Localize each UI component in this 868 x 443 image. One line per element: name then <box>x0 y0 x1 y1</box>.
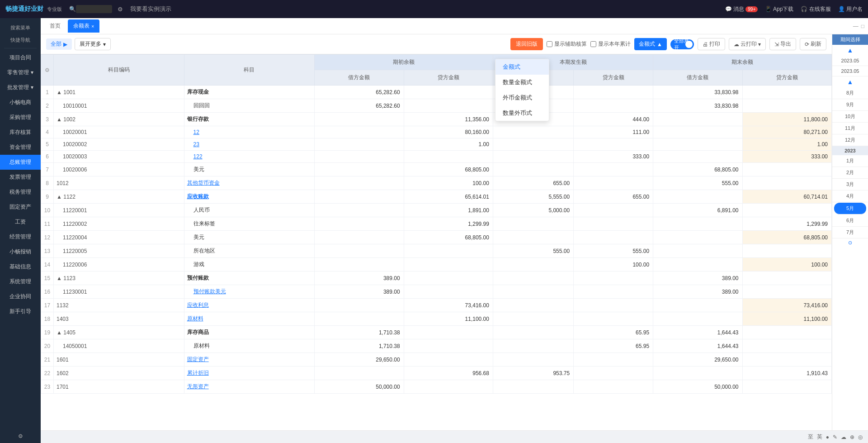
return-old-btn[interactable]: 退回旧版 <box>510 38 543 50</box>
dropdown-item-amount[interactable]: 金额式 <box>495 59 549 75</box>
sidebar-item-salary[interactable]: 工资 <box>0 214 41 229</box>
export-btn[interactable]: ⇲ 导出 <box>769 38 796 50</box>
bottom-icon-4[interactable]: ✎ <box>833 434 837 440</box>
print-btn[interactable]: 🖨 打印 <box>698 38 725 50</box>
cell-cb-debit <box>653 217 742 231</box>
breadcrumb-all[interactable]: 全部 ▶ <box>46 38 72 50</box>
tab-home[interactable]: 首页 <box>44 19 66 33</box>
search-bar[interactable] <box>76 5 112 13</box>
cell-rownum: 20 <box>41 339 54 353</box>
cell-pd-debit <box>493 299 573 312</box>
ytd-checkbox[interactable] <box>590 41 596 47</box>
bottom-icon-5[interactable]: ☁ <box>841 434 846 440</box>
period-collapse-btn[interactable]: ⊙ <box>832 238 868 247</box>
refresh-btn[interactable]: ⟳ 刷新 <box>800 38 826 50</box>
table-row: 231701无形资产50,000.0050,000.00 <box>41 380 832 394</box>
table-row: 1611230001预付账款美元389.00389.00 <box>41 285 832 299</box>
cell-name[interactable]: 预付账款美元 <box>184 285 315 299</box>
sidebar-item-ecommerce[interactable]: 小畅电商 <box>0 95 41 110</box>
cloud-print-btn[interactable]: ☁ 云打印 ▾ <box>729 38 766 50</box>
period-item-8[interactable]: 8月 <box>832 87 868 99</box>
period-item-2023-05-2[interactable]: 2023.05 <box>832 66 868 76</box>
sidebar-item-expense[interactable]: 小畅报销 <box>0 244 41 259</box>
bottom-icon-2[interactable]: 英 <box>817 433 822 441</box>
period-item-3[interactable]: 3月 <box>832 179 868 191</box>
dropdown-item-foreign-amount[interactable]: 外币金额式 <box>495 90 549 105</box>
period-select-header: 期间选择 <box>832 34 868 45</box>
cell-ob-credit: 100.00 <box>404 176 493 190</box>
sidebar-item-ledger[interactable]: 总账管理 <box>0 155 41 170</box>
settings-icon[interactable]: ⚙ <box>118 6 123 13</box>
dropdown-item-qty-foreign[interactable]: 数量外币式 <box>495 105 549 121</box>
cell-end <box>742 380 831 394</box>
online-service-btn[interactable]: 🎧 在线客服 <box>801 5 830 13</box>
bottom-icon-1[interactable]: 至 <box>808 433 813 441</box>
cell-pd-debit <box>493 258 573 272</box>
sidebar-item-operations[interactable]: 经营管理 <box>0 229 41 244</box>
sidebar-search[interactable]: 搜索菜单 <box>0 22 41 34</box>
auxiliary-checkbox[interactable] <box>547 41 552 47</box>
message-btn[interactable]: 💬 消息 99+ <box>725 5 758 13</box>
period-item-4[interactable]: 4月 <box>832 191 868 202</box>
period-item-9[interactable]: 9月 <box>832 99 868 111</box>
tabs-bar: 首页 余额表 × — □ <box>41 18 868 34</box>
tab-maximize[interactable]: □ <box>861 23 864 29</box>
sidebar-gear-icon[interactable]: ⚙ <box>14 429 27 443</box>
user-menu[interactable]: 👤 用户名 <box>838 5 863 13</box>
period-up-arrow[interactable]: ▲ <box>832 45 868 56</box>
sidebar-item-inventory[interactable]: 库存核算 <box>0 125 41 140</box>
period-item-11[interactable]: 11月 <box>832 123 868 134</box>
bottom-icon-6[interactable]: ⊕ <box>850 434 854 440</box>
period-up-arrow2[interactable]: ▲ <box>832 76 868 87</box>
cell-name[interactable]: 应收账款 <box>184 190 315 204</box>
sidebar-item-capital[interactable]: 资金管理 <box>0 140 41 155</box>
sidebar-item-wholesale[interactable]: 批发管理 ▾ <box>0 80 41 95</box>
bottom-icon-3[interactable]: ● <box>826 434 829 440</box>
bottom-icon-7[interactable]: ◎ <box>858 434 863 440</box>
sidebar-item-purchase[interactable]: 采购管理 <box>0 110 41 125</box>
period-item-6[interactable]: 6月 <box>832 215 868 227</box>
expand-more-btn[interactable]: 展开更多 ▾ <box>75 38 111 50</box>
amount-style-btn[interactable]: 金额式 ▲ <box>634 38 667 50</box>
cell-pd-debit <box>493 138 573 151</box>
dropdown-item-qty-amount[interactable]: 数量金额式 <box>495 75 549 90</box>
cell-name[interactable]: 12 <box>184 126 315 138</box>
sidebar-item-tax[interactable]: 税务管理 <box>0 185 41 200</box>
period-item-2[interactable]: 2月 <box>832 167 868 179</box>
cell-name[interactable]: 原材料 <box>184 312 315 326</box>
cell-name[interactable]: 其他货币资金 <box>184 176 315 190</box>
tab-balance-sheet[interactable]: 余额表 × <box>68 19 99 33</box>
sidebar-item-project[interactable]: 项目合同 <box>0 50 41 65</box>
sidebar-item-invoice[interactable]: 发票管理 <box>0 170 41 185</box>
period-item-7[interactable]: 7月 <box>832 227 868 238</box>
sidebar-item-guide[interactable]: 新手引导 <box>0 304 41 319</box>
period-item-2023-05-1[interactable]: 2023.05 <box>832 56 868 66</box>
cell-name[interactable]: 23 <box>184 138 315 151</box>
app-download-btn[interactable]: 📱 App下载 <box>765 5 793 13</box>
tab-close-btn[interactable]: × <box>91 24 94 29</box>
tab-minimize[interactable]: — <box>853 23 859 29</box>
sidebar-item-assets[interactable]: 固定资产 <box>0 200 41 214</box>
sidebar-item-basic[interactable]: 基础信息 <box>0 259 41 274</box>
period-item-5[interactable]: 5月 <box>834 203 866 214</box>
cell-name[interactable]: 应收利息 <box>184 299 315 312</box>
show-auxiliary-check[interactable]: 显示辅助核算 <box>547 40 587 48</box>
show-ytd-check[interactable]: 显示本年累计 <box>590 40 631 48</box>
cell-name[interactable]: 122 <box>184 151 315 163</box>
th-settings[interactable]: ⚙ <box>41 55 54 86</box>
sidebar-quick-nav[interactable]: 快捷导航 <box>0 34 41 46</box>
period-item-10[interactable]: 10月 <box>832 111 868 123</box>
cell-name[interactable]: 固定资产 <box>184 353 315 367</box>
expand-more-label: 展开更多 <box>80 40 101 48</box>
sidebar-item-retail[interactable]: 零售管理 ▾ <box>0 65 41 80</box>
cell-cb-debit <box>653 312 742 326</box>
sidebar-item-system[interactable]: 系统管理 <box>0 274 41 289</box>
demo-link[interactable]: 我要看实例演示 <box>130 5 171 13</box>
table-row: 19▲ 1405库存商品1,710.3865.951,644.43 <box>41 326 832 339</box>
expand-all-toggle[interactable]: 全部展开 <box>670 39 694 49</box>
cell-name[interactable]: 累计折旧 <box>184 367 315 380</box>
cell-name[interactable]: 无形资产 <box>184 380 315 394</box>
sidebar-item-enterprise[interactable]: 企业协同 <box>0 289 41 304</box>
period-item-12[interactable]: 12月 <box>832 134 868 146</box>
period-item-1[interactable]: 1月 <box>832 155 868 167</box>
